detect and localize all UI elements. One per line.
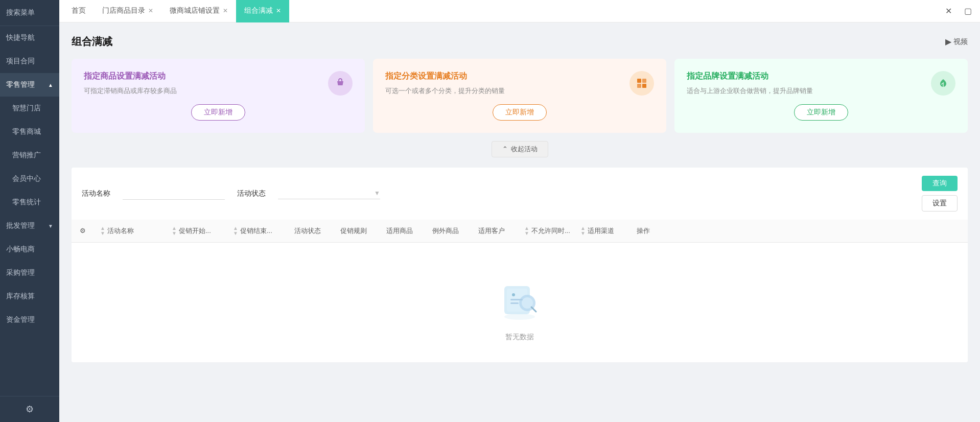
category-card-add-button[interactable]: 立即新增 bbox=[493, 104, 547, 121]
page-header: 组合满减 ▶ 视频 bbox=[72, 35, 968, 49]
th-promo-rule: 促销规则 bbox=[340, 226, 386, 236]
th-action: 操作 bbox=[637, 226, 960, 236]
page-content: 组合满减 ▶ 视频 指定商品设置满减活动 可指定滞销商品或库存 bbox=[59, 22, 980, 422]
th-applicable-customer-label: 适用客户 bbox=[478, 226, 505, 236]
query-button[interactable]: 查询 bbox=[922, 176, 958, 191]
sidebar-item-inventory-check[interactable]: 库存核算 bbox=[0, 285, 59, 308]
window-maximize-button[interactable]: ▢ bbox=[960, 4, 976, 18]
setting-button[interactable]: 设置 bbox=[922, 195, 958, 212]
activity-status-select[interactable]: ▼ bbox=[278, 187, 380, 199]
gear-icon: ⚙ bbox=[26, 404, 34, 415]
play-circle-icon: ▶ bbox=[945, 37, 951, 46]
sidebar-item-finance-mgmt[interactable]: 资金管理 bbox=[0, 308, 59, 332]
th-activity-name[interactable]: ▲▼ 活动名称 bbox=[100, 226, 172, 236]
sidebar-item-member-center[interactable]: 会员中心 bbox=[0, 167, 59, 191]
tab-wechat-store-settings[interactable]: 微商城店铺设置 ✕ bbox=[161, 0, 236, 22]
tab-home-label: 首页 bbox=[72, 6, 86, 15]
svg-point-14 bbox=[512, 293, 515, 296]
th-no-duplicate-label: 不允许同时... bbox=[531, 226, 570, 236]
category-card-desc: 可选一个或者多个分类，提升分类的销量 bbox=[385, 86, 654, 96]
tab-wechat-store-settings-label: 微商城店铺设置 bbox=[170, 6, 220, 15]
th-action-label: 操作 bbox=[637, 226, 650, 236]
svg-rect-2 bbox=[642, 79, 646, 83]
sidebar-settings[interactable]: ⚙ bbox=[0, 396, 59, 422]
brand-card: 指定品牌设置满减活动 适合与上游企业联合做营销，提升品牌销量 立即新增 bbox=[674, 59, 968, 133]
product-card-add-button[interactable]: 立即新增 bbox=[191, 104, 245, 121]
sidebar-item-project-contract[interactable]: 项目合同 bbox=[0, 50, 59, 73]
tab-store-catalog[interactable]: 门店商品目录 ✕ bbox=[94, 0, 161, 22]
th-except-goods: 例外商品 bbox=[432, 226, 478, 236]
video-link[interactable]: ▶ 视频 bbox=[945, 37, 968, 46]
cards-row: 指定商品设置满减活动 可指定滞销商品或库存较多商品 立即新增 指定分类设置满减活 bbox=[72, 59, 968, 133]
sidebar-item-smart-store[interactable]: 智慧门店 bbox=[0, 97, 59, 120]
th-promo-start[interactable]: ▲▼ 促销开始... bbox=[172, 226, 233, 236]
content-section: 活动名称 活动状态 ▼ 查询 设置 ⚙ ▲▼ 活动 bbox=[72, 168, 968, 362]
table-header: ⚙ ▲▼ 活动名称 ▲▼ 促销开始... ▲▼ 促销结束... 活动状态 bbox=[72, 220, 968, 243]
sidebar-item-label: 会员中心 bbox=[12, 174, 41, 183]
video-label: 视频 bbox=[953, 37, 968, 46]
tab-home[interactable]: 首页 bbox=[63, 0, 94, 22]
main-area: 首页 门店商品目录 ✕ 微商城店铺设置 ✕ 组合满减 ✕ ✕ ▢ 组合满减 ▶ … bbox=[59, 0, 980, 422]
svg-rect-15 bbox=[510, 299, 523, 300]
sidebar-item-marketing[interactable]: 营销推广 bbox=[0, 144, 59, 167]
sidebar-item-retail-mgmt[interactable]: 零售管理 ▲ bbox=[0, 73, 59, 97]
tab-store-catalog-close[interactable]: ✕ bbox=[148, 7, 153, 14]
sort-icon: ▲▼ bbox=[172, 226, 177, 236]
sort-icon: ▲▼ bbox=[233, 226, 238, 236]
tab-combo-discount-close[interactable]: ✕ bbox=[276, 7, 281, 14]
th-no-duplicate[interactable]: ▲▼ 不允许同时... bbox=[524, 226, 580, 236]
sort-icon: ▲▼ bbox=[100, 226, 105, 236]
brand-card-title: 指定品牌设置满减活动 bbox=[687, 71, 955, 82]
th-applicable-customer: 适用客户 bbox=[478, 226, 524, 236]
th-applicable-goods-label: 适用商品 bbox=[386, 226, 413, 236]
brand-card-add-button[interactable]: 立即新增 bbox=[794, 104, 848, 121]
collapse-activities-button[interactable]: ⌃ 收起活动 bbox=[492, 141, 548, 157]
collapse-row: ⌃ 收起活动 bbox=[72, 141, 968, 157]
chevron-down-icon: ▼ bbox=[374, 190, 380, 197]
th-activity-name-label: 活动名称 bbox=[107, 226, 134, 236]
window-close-button[interactable]: ✕ bbox=[941, 4, 956, 18]
filter-buttons: 查询 设置 bbox=[922, 176, 958, 212]
gear-settings-icon: ⚙ bbox=[80, 227, 86, 235]
th-activity-status-label: 活动状态 bbox=[294, 226, 321, 236]
tabs-bar: 首页 门店商品目录 ✕ 微商城店铺设置 ✕ 组合满减 ✕ ✕ ▢ bbox=[59, 0, 980, 22]
tab-combo-discount-label: 组合满减 bbox=[244, 6, 273, 15]
th-applicable-channel[interactable]: ▲▼ 适用渠道 bbox=[580, 226, 637, 236]
sort-icon: ▲▼ bbox=[524, 226, 529, 236]
activity-status-filter-label: 活动状态 bbox=[237, 189, 266, 198]
brand-card-desc: 适合与上游企业联合做营销，提升品牌销量 bbox=[687, 86, 955, 96]
sidebar-item-label: 批发管理 bbox=[6, 221, 35, 230]
sidebar-item-label: 库存核算 bbox=[6, 292, 35, 301]
th-promo-end[interactable]: ▲▼ 促销结束... bbox=[233, 226, 294, 236]
sidebar-item-label: 快捷导航 bbox=[6, 33, 35, 42]
activity-name-filter-label: 活动名称 bbox=[82, 189, 110, 198]
sidebar-item-xiochang-ec[interactable]: 小畅电商 bbox=[0, 238, 59, 261]
svg-rect-1 bbox=[637, 79, 641, 83]
product-card-title: 指定商品设置满减活动 bbox=[84, 71, 353, 82]
tab-combo-discount[interactable]: 组合满减 ✕ bbox=[236, 0, 289, 22]
filter-row: 活动名称 活动状态 ▼ 查询 设置 bbox=[72, 168, 968, 220]
th-gear[interactable]: ⚙ bbox=[80, 227, 100, 235]
sidebar-item-wholesale-mgmt[interactable]: 批发管理 ▼ bbox=[0, 214, 59, 238]
th-except-goods-label: 例外商品 bbox=[432, 226, 459, 236]
sidebar-item-retail-stats[interactable]: 零售统计 bbox=[0, 191, 59, 214]
empty-text: 暂无数据 bbox=[505, 333, 534, 342]
sidebar: 搜索菜单 快捷导航 项目合同 零售管理 ▲ 智慧门店 零售商城 营销推广 会员中… bbox=[0, 0, 59, 422]
tab-wechat-store-settings-close[interactable]: ✕ bbox=[223, 7, 228, 14]
empty-image bbox=[494, 273, 545, 324]
sidebar-search[interactable]: 搜索菜单 bbox=[0, 0, 59, 26]
empty-state: 暂无数据 bbox=[72, 243, 968, 362]
sidebar-item-quick-nav[interactable]: 快捷导航 bbox=[0, 26, 59, 50]
sidebar-item-label: 零售商城 bbox=[12, 127, 41, 136]
sidebar-item-label: 小畅电商 bbox=[6, 245, 35, 254]
sidebar-item-retail-mall[interactable]: 零售商城 bbox=[0, 120, 59, 144]
activity-name-input[interactable] bbox=[123, 187, 225, 200]
sort-icon: ▲▼ bbox=[580, 226, 586, 236]
category-card-icon bbox=[629, 71, 654, 96]
svg-point-8 bbox=[504, 314, 535, 320]
th-promo-rule-label: 促销规则 bbox=[340, 226, 367, 236]
sidebar-item-purchase-mgmt[interactable]: 采购管理 bbox=[0, 261, 59, 285]
sidebar-item-label: 项目合同 bbox=[6, 57, 35, 66]
svg-rect-4 bbox=[642, 84, 646, 88]
th-applicable-channel-label: 适用渠道 bbox=[588, 226, 614, 236]
